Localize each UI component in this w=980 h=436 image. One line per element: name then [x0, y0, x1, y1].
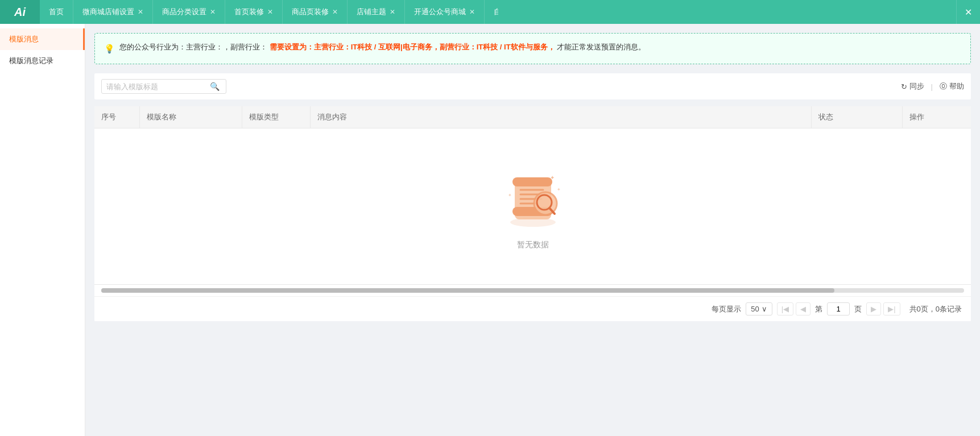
empty-text: 暂无数据 — [517, 240, 549, 250]
svg-text:✦: ✦ — [550, 175, 555, 181]
pagination-nav: |◀ ◀ 第 页 ▶ ▶| — [777, 302, 900, 315]
table-col-5: 操作 — [903, 106, 971, 128]
chevron-down-icon: ∨ — [762, 305, 767, 313]
notice-text: 您的公众号行业为：主营行业：，副营行业： 需要设置为：主营行业：IT科技 / 互… — [119, 41, 646, 53]
help-button[interactable]: ⓪ 帮助 — [940, 81, 964, 92]
sidebar: 模版消息模版消息记录 — [0, 24, 85, 436]
table-col-1: 模版名称 — [140, 106, 242, 128]
logo: Ai — [0, 0, 40, 24]
table-col-4: 状态 — [812, 106, 903, 128]
page-label-post: 页 — [854, 304, 862, 314]
prev-page-button[interactable]: ◀ — [796, 302, 811, 315]
search-input[interactable] — [106, 82, 209, 91]
table-col-0: 序号 — [94, 106, 140, 128]
svg-text:✦: ✦ — [508, 193, 512, 198]
table-wrap: 序号模版名称模版类型消息内容状态操作 — [94, 106, 971, 321]
nav-item-close-4[interactable]: ✕ — [332, 8, 338, 16]
notice-text-suffix: 才能正常发送预置的消息。 — [557, 43, 646, 51]
nav-item-label-3: 首页装修 — [234, 7, 264, 17]
toolbar: 🔍 ↻ 同步 | ⓪ 帮助 — [94, 73, 971, 99]
nav-item-label-7: 自定义菜单 — [494, 7, 498, 17]
page-size-value: 50 — [751, 305, 759, 313]
nav-item-label-2: 商品分类设置 — [162, 7, 206, 17]
nav-item-1[interactable]: 微商城店铺设置✕ — [73, 0, 153, 24]
nav-item-close-2[interactable]: ✕ — [210, 8, 216, 16]
next-page-button[interactable]: ▶ — [866, 302, 881, 315]
scrollbar-thumb — [101, 288, 834, 293]
empty-illustration: ✦ ✦ ✦ — [499, 163, 567, 231]
nav-item-label-1: 微商城店铺设置 — [82, 7, 134, 17]
search-wrap: 🔍 — [101, 79, 226, 94]
close-all-button[interactable]: ✕ — [956, 0, 980, 24]
table-col-3: 消息内容 — [311, 106, 812, 128]
nav-item-6[interactable]: 开通公众号商城✕ — [405, 0, 485, 24]
pagination-info: 共0页，0条记录 — [909, 304, 962, 314]
page-number-input[interactable] — [827, 302, 850, 315]
top-nav: Ai 首页微商城店铺设置✕商品分类设置✕首页装修✕商品页装修✕店铺主题✕开通公众… — [0, 0, 980, 24]
nav-item-label-5: 店铺主题 — [357, 7, 386, 17]
search-button[interactable]: 🔍 — [209, 82, 221, 91]
nav-item-close-5[interactable]: ✕ — [390, 8, 395, 16]
notice-text-prefix: 您的公众号行业为：主营行业：，副营行业： — [119, 43, 267, 51]
page-size-label: 每页显示 — [712, 304, 741, 314]
content-area: 💡 您的公众号行业为：主营行业：，副营行业： 需要设置为：主营行业：IT科技 /… — [85, 24, 980, 436]
table-col-2: 模版类型 — [242, 106, 311, 128]
help-icon: ⓪ — [940, 81, 947, 92]
nav-item-label-6: 开通公众号商城 — [414, 7, 466, 17]
logo-text: Ai — [14, 6, 26, 19]
help-label: 帮助 — [949, 81, 964, 92]
page-label-pre: 第 — [815, 304, 822, 314]
notice-box: 💡 您的公众号行业为：主营行业：，副营行业： 需要设置为：主营行业：IT科技 /… — [94, 33, 971, 64]
sync-label: 同步 — [909, 81, 924, 92]
sidebar-item-0[interactable]: 模版消息 — [0, 28, 85, 50]
close-all-icon: ✕ — [965, 7, 972, 18]
pagination: 每页显示 50 ∨ |◀ ◀ 第 页 ▶ ▶| 共0页，0条记录 — [94, 296, 971, 321]
svg-rect-2 — [512, 177, 552, 186]
first-page-button[interactable]: |◀ — [777, 302, 793, 315]
nav-item-5[interactable]: 店铺主题✕ — [348, 0, 405, 24]
sync-button[interactable]: ↻ 同步 — [901, 81, 924, 92]
toolbar-divider: | — [931, 82, 933, 91]
nav-item-0[interactable]: 首页 — [40, 0, 73, 24]
nav-item-close-6[interactable]: ✕ — [469, 8, 475, 16]
scrollbar-area[interactable] — [94, 284, 971, 296]
sync-icon: ↻ — [901, 82, 907, 91]
nav-item-close-3[interactable]: ✕ — [267, 8, 273, 16]
scrollbar-track — [101, 288, 964, 293]
empty-state: ✦ ✦ ✦ 暂无数据 — [94, 128, 971, 284]
notice-highlight: 需要设置为：主营行业：IT科技 / 互联网|电子商务，副营行业：IT科技 / I… — [270, 43, 555, 51]
main-layout: 模版消息模版消息记录 💡 您的公众号行业为：主营行业：，副营行业： 需要设置为：… — [0, 24, 980, 436]
last-page-button[interactable]: ▶| — [883, 302, 900, 315]
nav-item-7[interactable]: 自定义菜单✕ — [485, 0, 498, 24]
nav-item-4[interactable]: 商品页装修✕ — [283, 0, 348, 24]
toolbar-right: ↻ 同步 | ⓪ 帮助 — [901, 81, 964, 92]
svg-text:✦: ✦ — [557, 187, 561, 192]
nav-item-2[interactable]: 商品分类设置✕ — [153, 0, 225, 24]
nav-item-close-1[interactable]: ✕ — [138, 8, 143, 16]
sidebar-item-1[interactable]: 模版消息记录 — [0, 50, 85, 72]
nav-item-3[interactable]: 首页装修✕ — [225, 0, 283, 24]
nav-item-label-4: 商品页装修 — [292, 7, 329, 17]
table-header: 序号模版名称模版类型消息内容状态操作 — [94, 106, 971, 128]
bulb-icon: 💡 — [104, 42, 115, 56]
page-size-select[interactable]: 50 ∨ — [746, 302, 772, 315]
nav-item-label-0: 首页 — [49, 7, 64, 17]
